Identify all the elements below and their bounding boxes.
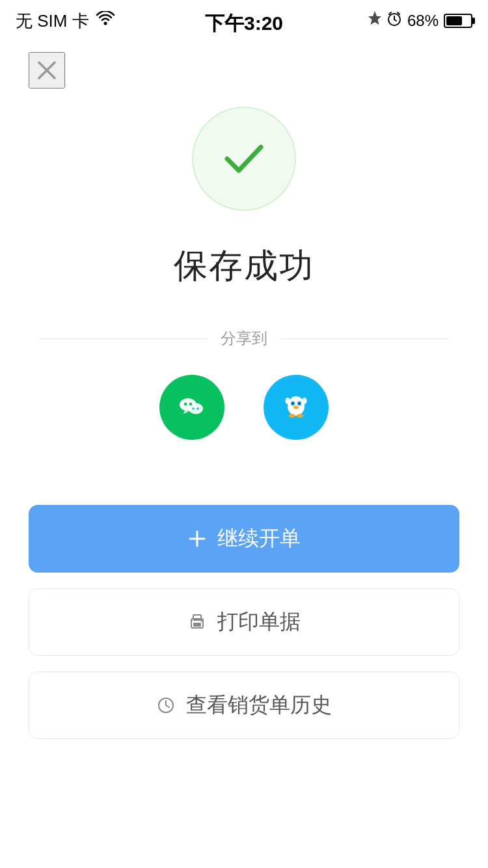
share-divider: 分享到 bbox=[39, 328, 449, 349]
print-button[interactable]: 打印单据 bbox=[29, 588, 459, 656]
wifi-icon bbox=[96, 11, 115, 31]
history-label: 查看销货单历史 bbox=[186, 691, 332, 720]
svg-point-10 bbox=[192, 407, 195, 410]
status-right: 68% bbox=[368, 11, 472, 31]
svg-line-30 bbox=[166, 705, 169, 707]
continue-label: 继续开单 bbox=[217, 524, 301, 553]
svg-rect-25 bbox=[193, 623, 201, 627]
qq-icon bbox=[278, 389, 314, 426]
svg-point-20 bbox=[289, 414, 295, 418]
check-icon bbox=[218, 131, 270, 186]
actions-section: 继续开单 打印单据 查看销货单 bbox=[0, 505, 488, 739]
alarm-icon bbox=[386, 11, 402, 31]
svg-point-16 bbox=[299, 403, 301, 405]
success-title: 保存成功 bbox=[174, 243, 314, 289]
share-section: 分享到 bbox=[0, 328, 488, 479]
print-label: 打印单据 bbox=[217, 608, 301, 636]
svg-point-9 bbox=[189, 403, 192, 405]
close-button[interactable] bbox=[29, 52, 65, 88]
svg-point-18 bbox=[286, 398, 290, 404]
svg-point-19 bbox=[303, 398, 307, 404]
svg-point-21 bbox=[297, 414, 303, 418]
svg-point-11 bbox=[197, 407, 199, 410]
svg-point-8 bbox=[184, 403, 187, 405]
wechat-icon bbox=[174, 389, 210, 426]
sim-text: 无 SIM 卡 bbox=[16, 10, 89, 33]
status-left: 无 SIM 卡 bbox=[16, 10, 115, 33]
share-icons-row bbox=[39, 375, 449, 440]
print-icon bbox=[187, 612, 207, 632]
divider-left bbox=[39, 338, 208, 339]
success-circle bbox=[192, 107, 296, 211]
location-icon bbox=[368, 11, 381, 31]
continue-button[interactable]: 继续开单 bbox=[29, 505, 459, 573]
plus-icon bbox=[187, 529, 207, 549]
clock-icon bbox=[156, 696, 176, 715]
svg-line-3 bbox=[394, 20, 396, 21]
divider-right bbox=[280, 338, 449, 339]
svg-point-27 bbox=[201, 620, 203, 622]
svg-point-15 bbox=[292, 403, 294, 405]
svg-point-17 bbox=[293, 406, 299, 409]
main-content: 保存成功 分享到 bbox=[0, 42, 488, 739]
qq-share-button[interactable] bbox=[264, 375, 329, 440]
share-label: 分享到 bbox=[221, 328, 267, 349]
status-time: 下午3:20 bbox=[205, 10, 283, 37]
svg-point-0 bbox=[103, 21, 107, 25]
wechat-share-button[interactable] bbox=[159, 375, 224, 440]
battery-icon bbox=[444, 14, 472, 28]
battery-percent: 68% bbox=[407, 12, 439, 30]
status-bar: 无 SIM 卡 下午3:20 68 bbox=[0, 0, 488, 42]
history-button[interactable]: 查看销货单历史 bbox=[29, 671, 459, 739]
close-icon bbox=[35, 59, 59, 82]
